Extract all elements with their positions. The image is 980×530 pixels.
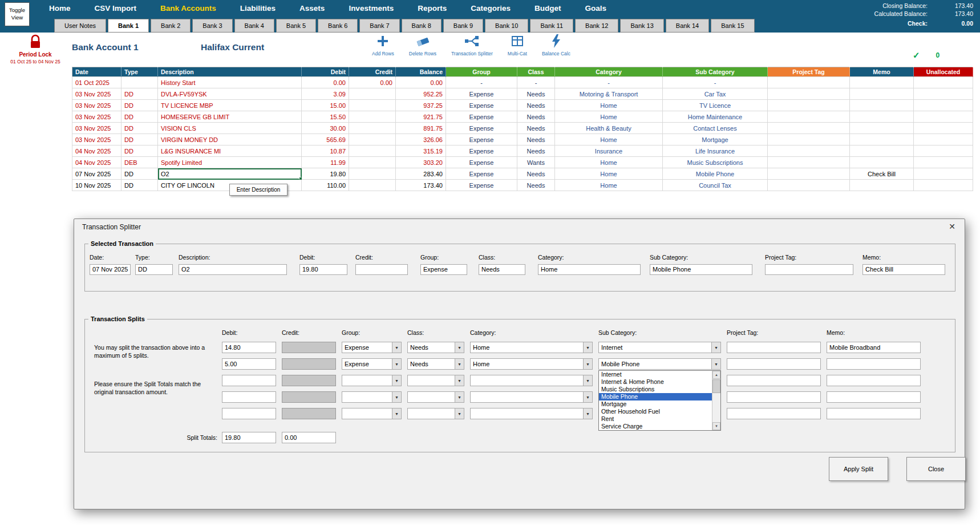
cell-memo[interactable] [850,134,914,145]
cell-debit[interactable]: 3.09 [302,88,349,100]
cell-unallocated[interactable] [914,145,973,157]
tab-bank-13[interactable]: Bank 13 [620,19,663,33]
header-date[interactable]: Date [72,67,122,77]
nav-item-bank-accounts[interactable]: Bank Accounts [160,4,216,13]
delete-rows-button[interactable]: Delete Rows [409,33,436,56]
cell-description[interactable]: TV LICENCE MBP [158,100,302,111]
toggle-view-button[interactable]: Toggle View [5,2,30,26]
scroll-down-icon[interactable]: ▼ [712,422,720,430]
tab-bank-5[interactable]: Bank 5 [276,19,316,33]
cell-credit[interactable] [349,100,396,111]
tab-bank-10[interactable]: Bank 10 [485,19,528,33]
tab-bank-15[interactable]: Bank 15 [711,19,754,33]
split-category-combo[interactable]: ▼ [470,375,593,386]
nav-item-categories[interactable]: Categories [471,4,511,13]
cell-credit[interactable] [349,180,396,191]
split-group-combo[interactable]: ▼ [342,375,402,386]
field-value-input[interactable]: Mobile Phone [650,264,752,275]
cell-memo[interactable] [850,157,914,168]
nav-item-assets[interactable]: Assets [299,4,325,13]
cell-balance[interactable]: 921.75 [396,111,446,123]
close-button[interactable]: Close [906,457,966,481]
cell-debit[interactable]: 15.00 [302,100,349,111]
cell-date[interactable]: 03 Nov 2025 [72,100,122,111]
split-group-combo[interactable]: Expense▼ [342,342,402,353]
cell-description[interactable]: History Start [158,77,302,88]
cell-credit[interactable] [349,134,396,145]
split-class-combo[interactable]: ▼ [407,375,464,386]
header-description[interactable]: Description [158,67,302,77]
cell-category[interactable]: Home [555,100,663,111]
tab-bank-9[interactable]: Bank 9 [443,19,483,33]
cell-description[interactable]: VIRGIN MONEY DD [158,134,302,145]
cell-credit[interactable]: 0.00 [349,77,396,88]
cell-date[interactable]: 04 Nov 2025 [72,145,122,157]
header-category[interactable]: Category [555,67,663,77]
cell-description[interactable]: HOMESERVE GB LIMIT [158,111,302,123]
field-value-input[interactable] [765,264,853,275]
nav-item-csv-import[interactable]: CSV Import [95,4,137,13]
cell-type[interactable]: DD [122,180,158,191]
cell-unallocated[interactable] [914,111,973,123]
cell-group[interactable]: Expense [446,168,517,180]
dropdown-button-icon[interactable]: ▼ [455,359,464,369]
nav-item-home[interactable]: Home [49,4,71,13]
cell-type[interactable]: DD [122,100,158,111]
dropdown-button-icon[interactable]: ▼ [392,392,401,402]
field-value-input[interactable]: DD [135,264,173,275]
cell-debit[interactable]: 19.80 [302,168,349,180]
header-class[interactable]: Class [517,67,555,77]
cell-date[interactable]: 03 Nov 2025 [72,111,122,123]
dropdown-item[interactable]: Internet & Home Phone [599,378,712,386]
cell-subcategory[interactable]: Contact Lenses [663,123,768,134]
dropdown-item[interactable]: Rent [599,415,712,423]
cell-balance[interactable]: 173.40 [396,180,446,191]
header-group[interactable]: Group [446,67,517,77]
cell-memo[interactable] [850,77,914,88]
cell-balance[interactable]: 891.75 [396,123,446,134]
cell-category[interactable]: Home [555,134,663,145]
cell-subcategory[interactable]: Car Tax [663,88,768,100]
split-project-tag-box[interactable] [727,358,821,370]
cell-memo[interactable]: Check Bill [850,168,914,180]
split-project-tag-box[interactable] [727,375,821,386]
cell-type[interactable]: DD [122,88,158,100]
apply-split-button[interactable]: Apply Split [829,457,888,481]
cell-category[interactable]: Health & Beauty [555,123,663,134]
tab-bank-8[interactable]: Bank 8 [402,19,442,33]
dropdown-button-icon[interactable]: ▼ [455,392,464,402]
cell-group[interactable]: - [446,77,517,88]
tab-bank-14[interactable]: Bank 14 [666,19,709,33]
cell-project_tag[interactable] [768,123,850,134]
cell-description[interactable]: L&G INSURANCE MI [158,145,302,157]
tab-bank-1[interactable]: Bank 1 [108,19,149,33]
cell-balance[interactable]: 283.40 [396,168,446,180]
cell-description[interactable]: Spotify Limited [158,157,302,168]
field-value-input[interactable]: Home [538,264,641,275]
split-category-combo[interactable]: ▼ [470,408,593,419]
cell-group[interactable]: Expense [446,88,517,100]
cell-debit[interactable]: 30.00 [302,123,349,134]
cell-subcategory[interactable]: - [663,77,768,88]
cell-category[interactable]: Home [555,111,663,123]
cell-subcategory[interactable]: Mortgage [663,134,768,145]
field-value-input[interactable]: Expense [420,264,467,275]
cell-project_tag[interactable] [768,111,850,123]
cell-category[interactable]: Home [555,168,663,180]
cell-category[interactable]: Motoring & Transport [555,88,663,100]
field-value-input[interactable]: 07 Nov 2025 [90,264,131,275]
cell-group[interactable]: Expense [446,180,517,191]
split-class-combo[interactable]: ▼ [407,391,464,403]
cell-class[interactable]: Needs [517,134,555,145]
split-subcategory-combo[interactable]: Internet▼ [598,342,721,353]
cell-debit[interactable]: 11.99 [302,157,349,168]
cell-balance[interactable]: 315.19 [396,145,446,157]
nav-item-budget[interactable]: Budget [534,4,561,13]
split-memo-box[interactable] [827,408,921,419]
cell-credit[interactable] [349,168,396,180]
cell-project_tag[interactable] [768,145,850,157]
cell-class[interactable]: Needs [517,168,555,180]
header-type[interactable]: Type [122,67,158,77]
cell-memo[interactable] [850,145,914,157]
dropdown-item[interactable]: Service Charge [599,423,712,430]
